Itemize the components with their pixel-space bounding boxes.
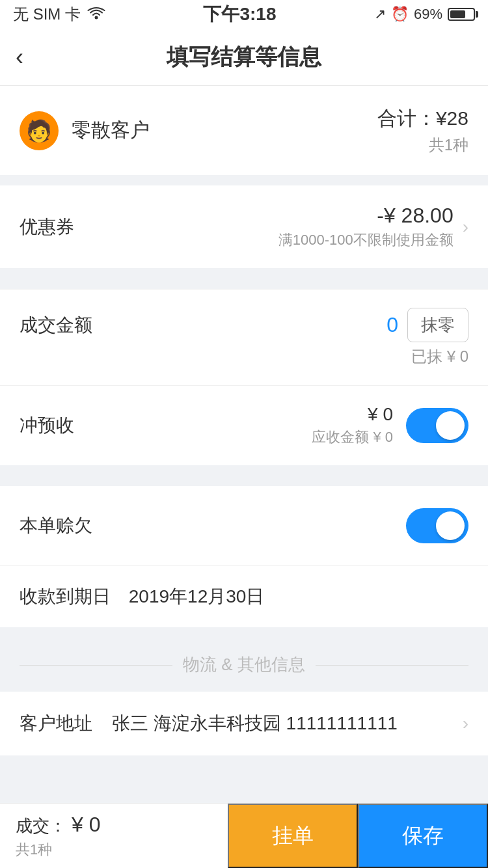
bottom-count: 共1种 bbox=[16, 840, 212, 860]
bottom-deal-row: 成交： ¥ 0 bbox=[16, 813, 212, 837]
save-button[interactable]: 保存 bbox=[358, 804, 488, 868]
coupon-section[interactable]: 优惠券 -¥ 28.00 满1000-100不限制使用金额 › bbox=[0, 185, 488, 268]
page-title: 填写结算等信息 bbox=[167, 42, 321, 72]
prepay-toggle[interactable] bbox=[406, 408, 468, 443]
address-section[interactable]: 客户地址 张三 海淀永丰科技园 11111111111 › bbox=[0, 692, 488, 755]
transaction-sub: 已抹 ¥ 0 bbox=[20, 346, 468, 367]
alarm-icon: ⏰ bbox=[391, 6, 409, 23]
credit-label: 本单赊欠 bbox=[20, 513, 92, 538]
credit-row: 本单赊欠 bbox=[0, 486, 488, 565]
transaction-row: 成交金额 0 抹零 已抹 ¥ 0 bbox=[0, 289, 488, 385]
address-value: 张三 海淀永丰科技园 11111111111 bbox=[112, 711, 463, 736]
customer-right: 合计：¥28 共1种 bbox=[377, 105, 468, 156]
location-icon: ↗ bbox=[374, 6, 386, 23]
transaction-right: 0 抹零 bbox=[386, 308, 468, 342]
due-date-row: 收款到期日 2019年12月30日 bbox=[0, 565, 488, 627]
wifi-icon bbox=[87, 5, 105, 23]
coupon-label: 优惠券 bbox=[20, 215, 74, 239]
round-button[interactable]: 抹零 bbox=[407, 308, 468, 342]
status-left: 无 SIM 卡 bbox=[13, 4, 105, 25]
customer-avatar: 🧑 bbox=[20, 111, 59, 150]
due-date-label: 收款到期日 bbox=[20, 586, 111, 606]
divider-2 bbox=[0, 476, 488, 486]
bottom-info: 成交： ¥ 0 共1种 bbox=[0, 804, 228, 868]
transaction-section: 成交金额 0 抹零 已抹 ¥ 0 冲预收 ¥ 0 应收金额 ¥ 0 bbox=[0, 289, 488, 465]
status-time: 下午3:18 bbox=[203, 2, 276, 27]
prepay-amounts: ¥ 0 应收金额 ¥ 0 bbox=[312, 404, 393, 447]
divider-1 bbox=[0, 278, 488, 289]
coupon-discount: -¥ 28.00 bbox=[278, 204, 454, 228]
carrier-text: 无 SIM 卡 bbox=[13, 4, 81, 25]
total-amount: 合计：¥28 bbox=[377, 105, 468, 132]
address-label: 客户地址 bbox=[20, 711, 92, 736]
status-right: ↗ ⏰ 69% bbox=[374, 6, 475, 23]
address-row[interactable]: 客户地址 张三 海淀永丰科技园 11111111111 › bbox=[0, 692, 488, 755]
toggle-knob bbox=[436, 411, 465, 440]
prepay-amount: ¥ 0 bbox=[312, 404, 393, 425]
due-date-value: 2019年12月30日 bbox=[129, 586, 265, 606]
customer-section: 🧑 零散客户 合计：¥28 共1种 bbox=[0, 86, 488, 175]
chevron-right-icon: › bbox=[463, 217, 468, 237]
customer-row: 🧑 零散客户 合计：¥28 共1种 bbox=[0, 86, 488, 175]
customer-left: 🧑 零散客户 bbox=[20, 111, 150, 150]
prepay-row: 冲预收 ¥ 0 应收金额 ¥ 0 bbox=[0, 385, 488, 465]
battery-icon bbox=[448, 8, 475, 21]
back-icon: ‹ bbox=[16, 44, 23, 71]
total-count: 共1种 bbox=[377, 135, 468, 156]
prepay-sub: 应收金额 ¥ 0 bbox=[312, 427, 393, 447]
hold-button[interactable]: 挂单 bbox=[228, 804, 358, 868]
prepay-right: ¥ 0 应收金额 ¥ 0 bbox=[312, 404, 468, 447]
back-button[interactable]: ‹ bbox=[16, 44, 23, 71]
transaction-top: 成交金额 0 抹零 bbox=[20, 308, 468, 342]
credit-toggle-knob bbox=[436, 511, 465, 540]
due-date-content: 收款到期日 2019年12月30日 bbox=[20, 586, 277, 606]
credit-toggle[interactable] bbox=[406, 508, 468, 543]
customer-name: 零散客户 bbox=[72, 117, 150, 144]
coupon-desc: 满1000-100不限制使用金额 bbox=[278, 230, 454, 250]
bottom-bar: 成交： ¥ 0 共1种 挂单 保存 bbox=[0, 803, 488, 868]
transaction-label: 成交金额 bbox=[20, 313, 92, 338]
nav-bar: ‹ 填写结算等信息 bbox=[0, 29, 488, 86]
credit-section: 本单赊欠 收款到期日 2019年12月30日 bbox=[0, 486, 488, 627]
battery-percent: 69% bbox=[414, 6, 442, 23]
status-bar: 无 SIM 卡 下午3:18 ↗ ⏰ 69% bbox=[0, 0, 488, 29]
bottom-deal-label: 成交： bbox=[16, 815, 66, 837]
coupon-row[interactable]: 优惠券 -¥ 28.00 满1000-100不限制使用金额 › bbox=[0, 185, 488, 268]
logistics-divider: 物流 & 其他信息 bbox=[0, 638, 488, 692]
address-chevron-icon: › bbox=[463, 713, 468, 734]
logistics-label: 物流 & 其他信息 bbox=[172, 653, 316, 676]
prepay-label: 冲预收 bbox=[20, 413, 74, 438]
svg-point-0 bbox=[95, 16, 98, 20]
bottom-deal-amount: ¥ 0 bbox=[72, 813, 100, 837]
avatar-icon: 🧑 bbox=[26, 118, 52, 143]
transaction-value: 0 bbox=[386, 313, 398, 337]
coupon-right-area: -¥ 28.00 满1000-100不限制使用金额 › bbox=[278, 204, 468, 250]
coupon-info: -¥ 28.00 满1000-100不限制使用金额 bbox=[278, 204, 454, 250]
